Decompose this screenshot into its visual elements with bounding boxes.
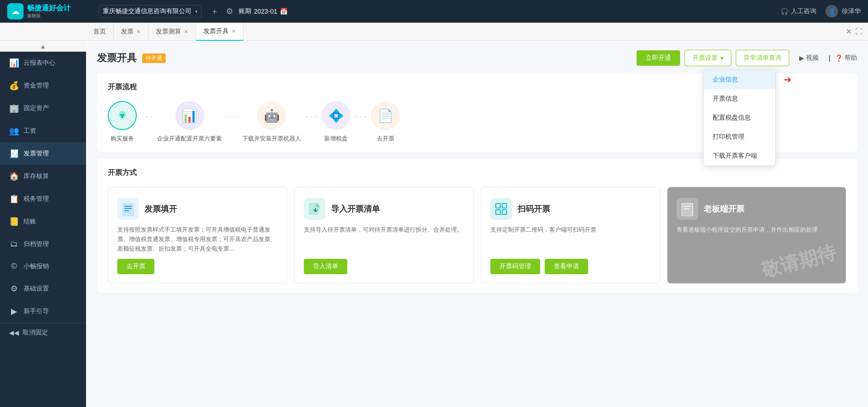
close-window-button[interactable]: ✕ xyxy=(846,27,852,36)
sidebar-item-inventory[interactable]: 🏠 库存核算 xyxy=(0,165,86,188)
sidebar-item-settings[interactable]: ⚙ 基础设置 xyxy=(0,277,86,300)
method-icon-scan xyxy=(490,198,512,220)
assets-icon: 🏢 xyxy=(9,103,19,113)
dropdown-item-invoice-info[interactable]: 开票信息 xyxy=(704,89,775,108)
step-icon-go-issue: 📄 xyxy=(371,101,400,130)
dropdown-item-download-client[interactable]: 下载开票客户端 xyxy=(704,146,775,165)
add-button[interactable]: ＋ xyxy=(211,6,219,17)
avatar: 👤 xyxy=(825,5,838,18)
methods-section: 开票方式 发票填开 支持按照发票样式手工填开发票；可开具增值税电子普通发票、增值… xyxy=(97,159,857,293)
activate-button[interactable]: 立即开通 xyxy=(637,50,680,66)
svg-text:+: + xyxy=(121,115,124,120)
sidebar-item-assets[interactable]: 🏢 固定资产 xyxy=(0,97,86,120)
reports-icon: 📊 xyxy=(9,58,19,68)
sidebar-item-accounting[interactable]: 📒 结账 xyxy=(0,210,86,233)
method-icon-manual xyxy=(117,198,139,220)
archive-icon: 🗂 xyxy=(9,239,19,249)
flow-step-buy: ♥+ 购买服务 xyxy=(108,101,137,143)
dropdown-item-printer-mgmt[interactable]: 打印机管理 xyxy=(704,127,775,146)
flow-step-tax-disk: 💠 新增税盘 xyxy=(321,101,350,143)
svg-rect-13 xyxy=(682,204,693,216)
help-button[interactable]: ❓ 帮助 xyxy=(835,50,857,66)
qr-manage-button[interactable]: 开票码管理 xyxy=(490,259,540,274)
settings-icon[interactable]: ⚙ xyxy=(226,6,233,16)
method-card-boss-desc: 查看老板端小程序提交的开票申请，并作出相应的处理 xyxy=(676,225,837,235)
user-name: 徐泽华 xyxy=(842,7,861,15)
close-icon[interactable]: ✕ xyxy=(231,28,236,34)
step-connector-3: · · · xyxy=(301,112,321,121)
sidebar-item-xiaochang[interactable]: © 小畅报销 xyxy=(0,255,86,277)
page-header: 发票开具 待开通 立即开通 开票设置 ▾ 异常清单查询 ▶ 视频 | xyxy=(86,41,868,73)
invoice-settings-button[interactable]: 开票设置 ▾ xyxy=(685,50,731,66)
import-list-button[interactable]: 导入清单 xyxy=(304,259,347,274)
step-label-buy: 购买服务 xyxy=(110,135,134,143)
step-icon-download: 🤖 xyxy=(257,101,286,130)
user-info[interactable]: 👤 徐泽华 xyxy=(825,5,861,18)
right-actions: 🎧 人工咨询 👤 徐泽华 xyxy=(781,5,861,18)
calendar-icon[interactable]: 📅 xyxy=(280,8,288,15)
sidebar-item-guide[interactable]: ▶ 新手引导 xyxy=(0,300,86,323)
payroll-icon: 👥 xyxy=(9,126,19,136)
method-card-manual-header: 发票填开 xyxy=(117,198,278,220)
top-bar: ☁ 畅捷通好会计 旗舰版 重庆畅捷交通信息咨询有限公司 ▾ ＋ ⚙ 账期 202… xyxy=(0,0,868,23)
method-card-manual-desc: 支持按照发票样式手工填开发票；可开具增值税电子普通发票、增值税普通发票、增值税专… xyxy=(117,225,278,253)
red-arrow-icon: ➜ xyxy=(783,74,791,86)
manual-go-issue-button[interactable]: 去开票 xyxy=(117,259,154,274)
sidebar-item-reports[interactable]: 📊 云报表中心 xyxy=(0,52,86,74)
dropdown-item-company-info[interactable]: 企业信息 ➜ xyxy=(704,70,775,89)
sidebar-item-funds[interactable]: 💰 资金管理 xyxy=(0,74,86,97)
step-icon-buy: ♥+ xyxy=(108,101,137,130)
video-button[interactable]: ▶ 视频 xyxy=(794,50,824,66)
company-name: 重庆畅捷交通信息咨询有限公司 xyxy=(103,7,192,15)
tab-bar: 首页 发票 ✕ 发票测算 ✕ 发票开具 ✕ ✕ ⛶ xyxy=(0,23,868,41)
company-selector[interactable]: 重庆畅捷交通信息咨询有限公司 ▾ xyxy=(99,5,201,18)
tab-invoice-issue[interactable]: 发票开具 ✕ xyxy=(196,23,244,41)
logo-icon: ☁ xyxy=(7,3,24,19)
step-icon-tax-disk: 💠 xyxy=(321,101,350,130)
flow-step-go-issue: 📄 去开票 xyxy=(371,101,400,143)
watermark-text: 敬请期待 xyxy=(759,240,839,284)
method-card-scan-desc: 支持定制开票二维码，客户端可扫码开票 xyxy=(490,225,651,253)
exception-list-button[interactable]: 异常清单查询 xyxy=(736,50,789,66)
dropdown-item-tax-disk-config[interactable]: 配置税盘信息 xyxy=(704,108,775,127)
chevron-down-icon: ▾ xyxy=(195,9,197,14)
method-icon-boss xyxy=(676,198,698,220)
close-icon[interactable]: ✕ xyxy=(136,29,141,35)
top-actions: ＋ ⚙ xyxy=(211,6,233,17)
xiaochang-icon: © xyxy=(9,262,19,271)
sidebar-cancel-pin[interactable]: ◀◀ 取消固定 xyxy=(0,323,86,342)
method-card-import-title: 导入开票清单 xyxy=(331,204,380,214)
app-name: 畅捷通好会计 xyxy=(27,4,71,12)
maximize-button[interactable]: ⛶ xyxy=(855,28,863,36)
view-apply-button[interactable]: 查看申请 xyxy=(545,259,588,274)
svg-rect-10 xyxy=(502,204,507,208)
sidebar-item-payroll[interactable]: 👥 工资 xyxy=(0,120,86,142)
chevron-down-icon: ▾ xyxy=(720,54,724,62)
invoice-icon: 🧾 xyxy=(9,149,19,159)
tab-right-actions: ✕ ⛶ xyxy=(846,27,868,36)
svg-rect-12 xyxy=(502,210,507,214)
support-button[interactable]: 🎧 人工咨询 xyxy=(781,7,816,15)
method-card-import: 导入开票清单 支持导入待开票清单，可对待开票清单进行拆分、合并处理。 导入清单 xyxy=(294,187,474,284)
sidebar: ▲ 📊 云报表中心 💰 资金管理 🏢 固定资产 👥 工资 🧾 发票管理 🏠 库存… xyxy=(0,41,86,407)
scroll-up-button[interactable]: ▲ xyxy=(0,41,86,52)
status-badge: 待开通 xyxy=(142,53,166,63)
tab-invoice[interactable]: 发票 ✕ xyxy=(114,23,149,41)
step-connector-2: · · · xyxy=(222,112,242,121)
method-card-manual-title: 发票填开 xyxy=(144,204,177,214)
sidebar-item-tax[interactable]: 📋 税务管理 xyxy=(0,188,86,210)
sidebar-item-archive[interactable]: 🗂 归档管理 xyxy=(0,233,86,255)
app-version: 旗舰版 xyxy=(27,13,71,19)
close-icon[interactable]: ✕ xyxy=(184,29,188,35)
page-title: 发票开具 xyxy=(97,51,137,65)
tab-invoice-test[interactable]: 发票测算 ✕ xyxy=(149,23,196,41)
method-card-scan-title: 扫码开票 xyxy=(518,204,550,214)
help-icon: ❓ xyxy=(835,54,843,62)
tab-home[interactable]: 首页 xyxy=(86,23,114,41)
scan-buttons: 开票码管理 查看申请 xyxy=(490,259,651,274)
step-connector-4: · · · xyxy=(350,112,371,121)
sidebar-item-invoice-mgmt[interactable]: 🧾 发票管理 xyxy=(0,142,86,165)
step-label-download: 下载并安装开票机器人 xyxy=(242,135,301,143)
svg-rect-9 xyxy=(496,204,500,208)
chevron-up-icon: ▲ xyxy=(40,43,46,50)
